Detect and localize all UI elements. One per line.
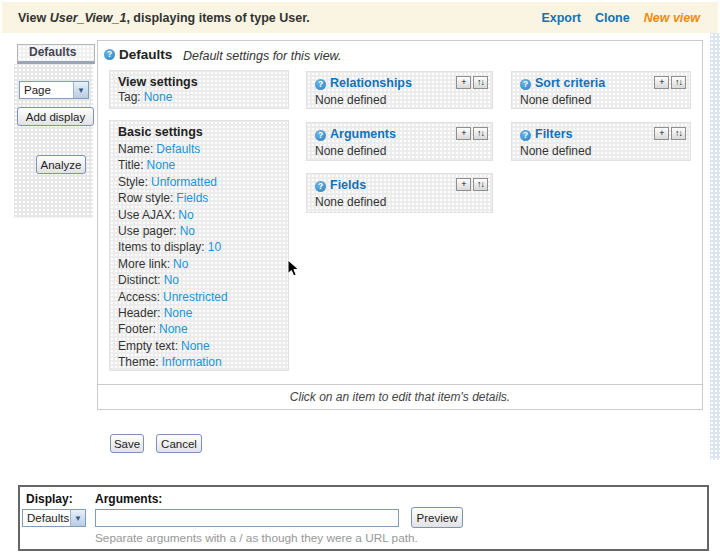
sort-criteria-panel: ?Sort criteria None defined + ↑↓ (511, 71, 691, 109)
setting-label: Header: (118, 306, 161, 320)
setting-value-link[interactable]: None (181, 339, 210, 353)
view-summary-suffix: , displaying items of type User. (126, 11, 309, 25)
setting-label: Use pager: (118, 224, 177, 238)
cancel-button[interactable]: Cancel (156, 434, 202, 453)
display-heading: Defaults (119, 47, 172, 62)
clone-link[interactable]: Clone (595, 11, 630, 25)
help-icon[interactable]: ? (520, 130, 531, 141)
arguments-label: Arguments: (95, 492, 162, 506)
view-name: User_View_1 (50, 11, 127, 25)
setting-label: Use AJAX: (118, 208, 175, 222)
setting-row: Header:None (118, 305, 282, 321)
arguments-title-link[interactable]: Arguments (330, 127, 396, 141)
setting-label: Empty text: (118, 339, 178, 353)
setting-row: Tag:None (118, 89, 282, 105)
help-icon[interactable]: ? (520, 79, 531, 90)
panel-buttons: + ↑↓ (456, 127, 488, 140)
setting-value-link[interactable]: Information (162, 355, 222, 369)
preview-button[interactable]: Preview (411, 507, 463, 528)
rearrange-icon[interactable]: ↑↓ (671, 76, 686, 89)
view-settings-title: View settings (118, 75, 282, 89)
setting-value-link[interactable]: 10 (208, 240, 221, 254)
preview-display-select[interactable]: Defaults ▼ (22, 509, 86, 527)
setting-value-link[interactable]: None (147, 158, 176, 172)
add-display-button[interactable]: Add display (17, 107, 94, 126)
display-type-select-value: Page (20, 84, 73, 96)
setting-row: More link:No (118, 256, 282, 272)
edit-hint: Click on an item to edit that item's det… (98, 390, 702, 404)
setting-row: Footer:None (118, 321, 282, 337)
setting-value-link[interactable]: None (144, 90, 173, 104)
setting-row: Access:Unrestricted (118, 289, 282, 305)
preview-display-select-value: Defaults (23, 512, 70, 524)
tab-defaults[interactable]: Defaults (17, 44, 95, 64)
setting-row: Items to display:10 (118, 239, 282, 255)
setting-label: Tag: (118, 90, 141, 104)
setting-value-link[interactable]: No (180, 224, 195, 238)
add-icon[interactable]: + (654, 127, 669, 140)
setting-row: Title:None (118, 157, 282, 173)
help-icon[interactable]: ? (315, 130, 326, 141)
setting-row: Theme:Information (118, 354, 282, 370)
setting-label: Distinct: (118, 273, 161, 287)
setting-label: Access: (118, 290, 160, 304)
add-icon[interactable]: + (456, 178, 471, 191)
rearrange-icon[interactable]: ↑↓ (473, 76, 488, 89)
setting-row: Distinct:No (118, 272, 282, 288)
analyze-button[interactable]: Analyze (36, 155, 86, 174)
basic-settings-panel: Basic settings Name:Defaults Title:None … (109, 120, 289, 371)
help-icon[interactable]: ? (315, 181, 326, 192)
setting-value-link[interactable]: None (159, 322, 188, 336)
save-button[interactable]: Save (110, 434, 144, 453)
add-icon[interactable]: + (456, 76, 471, 89)
arguments-empty: None defined (315, 144, 486, 158)
rearrange-icon[interactable]: ↑↓ (473, 178, 488, 191)
display-settings-box: ? Defaults Default settings for this vie… (97, 40, 703, 410)
setting-value-link[interactable]: No (164, 273, 179, 287)
setting-label: Style: (118, 175, 148, 189)
new-view-link[interactable]: New view (644, 11, 700, 25)
chevron-down-icon: ▼ (70, 510, 85, 526)
panel-buttons: + ↑↓ (654, 76, 686, 89)
export-link[interactable]: Export (541, 11, 581, 25)
setting-value-link[interactable]: Unformatted (151, 175, 217, 189)
help-icon[interactable]: ? (315, 79, 326, 90)
sort-criteria-title-link[interactable]: Sort criteria (535, 76, 605, 90)
setting-value-link[interactable]: No (173, 257, 188, 271)
panel-buttons: + ↑↓ (654, 127, 686, 140)
setting-label: Row style: (118, 191, 173, 205)
setting-value-link[interactable]: Unrestricted (163, 290, 228, 304)
setting-value-link[interactable]: No (178, 208, 193, 222)
view-summary: View User_View_1, displaying items of ty… (18, 11, 310, 25)
relationships-title-link[interactable]: Relationships (330, 76, 412, 90)
setting-row: Style:Unformatted (118, 174, 282, 190)
setting-value-link[interactable]: None (164, 306, 193, 320)
help-icon[interactable]: ? (104, 49, 115, 60)
rearrange-icon[interactable]: ↑↓ (473, 127, 488, 140)
view-settings-panel: View settings Tag:None (109, 70, 289, 109)
display-type-select[interactable]: Page ▼ (19, 81, 89, 99)
setting-label: Items to display: (118, 240, 205, 254)
setting-label: Title: (118, 158, 144, 172)
setting-label: Name: (118, 142, 153, 156)
basic-settings-title: Basic settings (118, 125, 282, 139)
view-summary-prefix: View (18, 11, 50, 25)
filters-empty: None defined (520, 144, 684, 158)
filters-title-link[interactable]: Filters (535, 127, 573, 141)
add-icon[interactable]: + (456, 127, 471, 140)
setting-row: Use AJAX:No (118, 207, 282, 223)
arguments-panel: ?Arguments None defined + ↑↓ (306, 122, 493, 161)
fields-title-link[interactable]: Fields (330, 178, 366, 192)
setting-row: Name:Defaults (118, 141, 282, 157)
display-label: Display: (26, 492, 73, 506)
arguments-input[interactable] (95, 509, 399, 527)
setting-label: Theme: (118, 355, 159, 369)
panel-buttons: + ↑↓ (456, 76, 488, 89)
rearrange-icon[interactable]: ↑↓ (671, 127, 686, 140)
chevron-down-icon: ▼ (73, 82, 88, 98)
setting-row: Use pager:No (118, 223, 282, 239)
add-icon[interactable]: + (654, 76, 669, 89)
setting-value-link[interactable]: Fields (176, 191, 208, 205)
divider (98, 384, 702, 385)
setting-value-link[interactable]: Defaults (156, 142, 200, 156)
